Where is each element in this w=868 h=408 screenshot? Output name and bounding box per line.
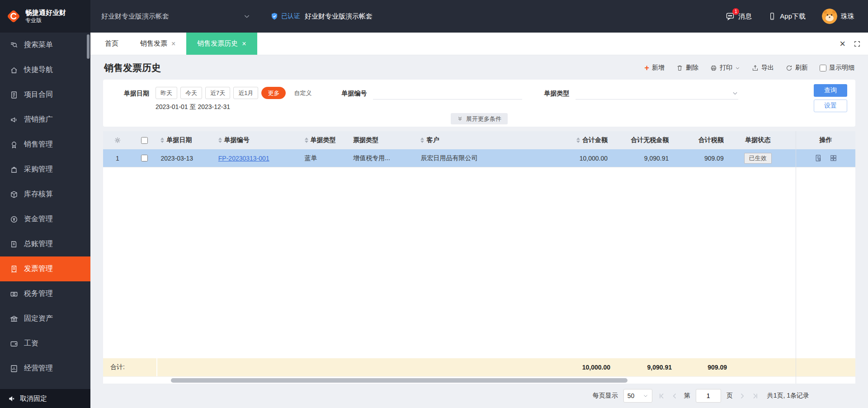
table-footer-row: 合计: 10,000.00 9,090.91 909.09 xyxy=(103,358,796,376)
fullscreen-icon[interactable] xyxy=(854,40,861,47)
date-custom-button[interactable]: 自定义 xyxy=(289,87,316,99)
select-all-checkbox[interactable] xyxy=(141,137,148,144)
sidebar-item-invoice-management[interactable]: 发票管理 xyxy=(0,256,90,281)
next-page-button[interactable] xyxy=(738,392,746,400)
delete-button[interactable]: 删除 xyxy=(676,64,698,72)
sort-icon xyxy=(218,138,222,143)
close-panel-icon[interactable]: × xyxy=(840,39,845,49)
date-last-month-button[interactable]: 近1月 xyxy=(233,87,258,99)
header-total[interactable]: 合计金额 xyxy=(552,136,611,144)
messages-button[interactable]: 1 消息 xyxy=(726,12,752,21)
chevron-down-icon xyxy=(643,393,648,399)
show-detail-toggle[interactable]: 显示明细 xyxy=(820,64,854,72)
sidebar-item-project-contract[interactable]: 项目合同 xyxy=(0,82,90,107)
row-checkbox[interactable] xyxy=(141,155,148,161)
header-status[interactable]: 单据状态 xyxy=(727,136,788,144)
unpin-sidebar-button[interactable]: 取消固定 xyxy=(0,389,90,408)
date-yesterday-button[interactable]: 昨天 xyxy=(156,87,177,99)
sidebar-item-general-ledger[interactable]: 总账管理 xyxy=(0,232,90,256)
date-filter-group: 单据日期 昨天 今天 近7天 近1月 更多 自定义 2023-01-01 至 2… xyxy=(124,87,320,111)
page-prefix: 第 xyxy=(684,392,690,400)
topbar-right: 1 消息 App下载 珠珠 xyxy=(726,9,868,24)
account-switcher-dropdown[interactable]: 好业财专业版演示帐套 xyxy=(101,12,250,21)
sort-icon xyxy=(305,138,308,143)
contract-icon xyxy=(10,91,18,99)
page-number-input[interactable] xyxy=(696,389,721,403)
per-page-select[interactable]: 50 xyxy=(623,389,652,403)
date-today-button[interactable]: 今天 xyxy=(180,87,202,99)
add-button[interactable]: + 新增 xyxy=(644,64,665,72)
tab-home[interactable]: 首页 xyxy=(94,33,129,55)
header-date[interactable]: 单据日期 xyxy=(157,136,214,144)
date-more-button[interactable]: 更多 xyxy=(261,87,286,99)
preview-document-icon[interactable] xyxy=(815,154,822,162)
row-index: 1 xyxy=(103,155,132,162)
prev-page-button[interactable] xyxy=(671,392,679,400)
verified-badge[interactable]: 已认证 xyxy=(270,12,300,20)
logo-line2: 专业版 xyxy=(25,17,66,24)
doc-type-select[interactable] xyxy=(576,87,738,100)
banknote-icon xyxy=(10,290,18,298)
date-last7days-button[interactable]: 近7天 xyxy=(205,87,230,99)
pagination-bar: 每页显示 50 第 页 共1页, 1条记录 xyxy=(90,384,868,408)
user-menu[interactable]: 珠珠 xyxy=(822,9,854,24)
close-icon[interactable]: × xyxy=(171,40,175,48)
yuan-coin-icon xyxy=(10,215,18,223)
date-range-value[interactable]: 2023-01-01 至 2023-12-31 xyxy=(156,103,320,111)
header-actions: 操作 xyxy=(796,131,855,149)
sort-icon xyxy=(160,138,164,143)
account-switcher-label: 好业财专业版演示帐套 xyxy=(101,12,169,21)
first-page-button[interactable] xyxy=(658,392,665,400)
printer-icon xyxy=(710,65,717,71)
print-button[interactable]: 打印 xyxy=(710,64,740,72)
sidebar-item-sales[interactable]: 销售管理 xyxy=(0,132,90,157)
search-button[interactable]: 查询 xyxy=(814,84,847,97)
tab-sales-invoice[interactable]: 销售发票 × xyxy=(129,33,186,55)
status-badge: 已生效 xyxy=(744,153,772,164)
sidebar-item-funds[interactable]: 资金管理 xyxy=(0,207,90,232)
sidebar-item-fixed-assets[interactable]: 固定资产 xyxy=(0,306,90,331)
sidebar-item-purchase[interactable]: 采购管理 xyxy=(0,157,90,182)
chevron-down-icon xyxy=(243,13,250,20)
chevron-down-icon xyxy=(735,66,740,71)
messages-label: 消息 xyxy=(738,12,752,21)
cell-doc-no: FP-20230313-001 xyxy=(215,155,301,162)
sidebar-scrollbar[interactable] xyxy=(87,34,90,59)
page-toolbar: + 新增 删除 打印 导出 xyxy=(644,64,854,72)
sidebar-item-quick-nav[interactable]: 快捷导航 xyxy=(0,57,90,82)
trash-icon xyxy=(676,65,683,71)
sidebar-item-payroll[interactable]: 工资 xyxy=(0,331,90,356)
export-button[interactable]: 导出 xyxy=(752,64,774,72)
tab-sales-invoice-history[interactable]: 销售发票历史 × xyxy=(186,33,257,55)
plus-icon: + xyxy=(644,64,649,72)
header-doc-no[interactable]: 单据编号 xyxy=(215,136,301,144)
sidebar-item-marketing[interactable]: 营销推广 xyxy=(0,107,90,132)
cell-status: 已生效 xyxy=(727,153,788,164)
close-icon[interactable]: × xyxy=(242,40,246,48)
doc-no-input[interactable] xyxy=(373,87,522,100)
doc-type-label: 单据类型 xyxy=(544,87,569,111)
header-tax[interactable]: 合计税额 xyxy=(672,136,727,144)
header-customer[interactable]: 客户 xyxy=(417,136,552,144)
sidebar-item-inventory[interactable]: 库存核算 xyxy=(0,182,90,207)
settings-button[interactable]: 设置 xyxy=(814,100,847,112)
phone-icon xyxy=(768,12,776,20)
column-settings-button[interactable] xyxy=(103,137,132,144)
topbar: 畅捷通好业财 专业版 好业财专业版演示帐套 已认证 好业财专业版演示帐套 1 xyxy=(0,0,868,33)
scrollbar-thumb[interactable] xyxy=(171,378,627,383)
grid-apps-icon[interactable] xyxy=(830,154,837,162)
cell-total-excl-tax: 9,090.91 xyxy=(611,155,672,162)
header-doc-type[interactable]: 单据类型 xyxy=(301,136,349,144)
expand-more-conditions[interactable]: 展开更多条件 xyxy=(451,113,508,124)
sidebar-item-search-menu[interactable]: 搜索菜单 xyxy=(0,33,90,57)
app-download-button[interactable]: App下载 xyxy=(768,12,806,21)
sidebar-item-operations[interactable]: 经营管理 xyxy=(0,356,90,381)
doc-no-link[interactable]: FP-20230313-001 xyxy=(218,155,269,162)
sidebar-item-tax[interactable]: 税务管理 xyxy=(0,281,90,306)
header-invoice-type[interactable]: 票据类型 xyxy=(349,136,417,144)
header-total-excl-tax[interactable]: 合计无税金额 xyxy=(611,136,672,144)
show-detail-checkbox[interactable] xyxy=(820,65,826,71)
last-page-button[interactable] xyxy=(751,392,759,400)
refresh-button[interactable]: 刷新 xyxy=(786,64,808,72)
table-row[interactable]: 1 2023-03-13 FP-20230313-001 蓝单 增值税专用...… xyxy=(103,149,796,167)
